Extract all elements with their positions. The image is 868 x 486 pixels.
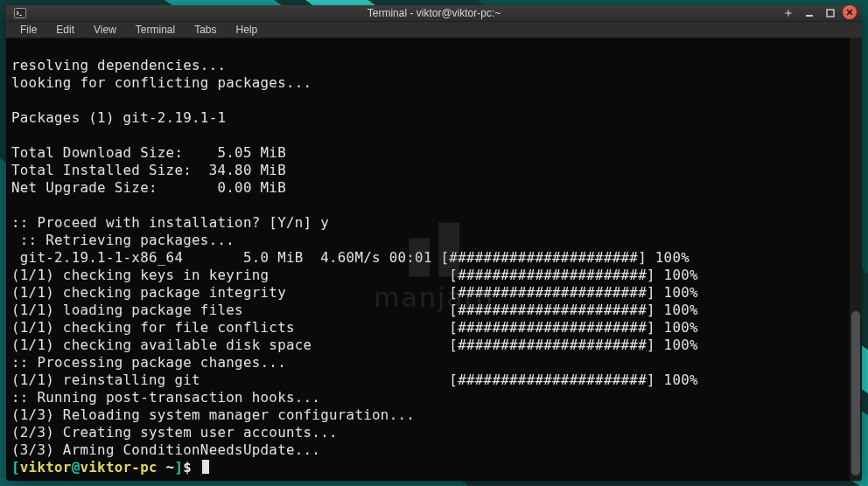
svg-rect-3: [806, 15, 813, 17]
svg-rect-0: [15, 9, 26, 18]
text-cursor: [202, 460, 209, 474]
svg-marker-2: [784, 9, 793, 17]
scrollbar[interactable]: [850, 38, 862, 481]
terminal-window: Terminal - viktor@viktor-pc:~ File Edit …: [6, 5, 862, 481]
menu-tabs[interactable]: Tabs: [186, 22, 225, 38]
maximize-button[interactable]: [822, 5, 839, 21]
window-title: Terminal - viktor@viktor-pc:~: [6, 7, 862, 19]
close-button[interactable]: [843, 5, 857, 19]
menu-help[interactable]: Help: [228, 22, 267, 38]
titlebar[interactable]: Terminal - viktor@viktor-pc:~: [6, 5, 862, 22]
menu-edit[interactable]: Edit: [47, 22, 83, 38]
menubar: File Edit View Terminal Tabs Help: [6, 22, 862, 38]
minimize-button[interactable]: [801, 5, 818, 21]
terminal-output[interactable]: resolving dependencies... looking for co…: [6, 52, 850, 480]
shell-prompt[interactable]: [viktor@viktor-pc ~]$: [11, 459, 209, 476]
menu-terminal[interactable]: Terminal: [127, 22, 184, 38]
menu-file[interactable]: File: [11, 22, 46, 38]
terminal-icon: [13, 6, 27, 20]
pin-button[interactable]: [780, 5, 797, 21]
scroll-thumb[interactable]: [851, 311, 860, 475]
menu-view[interactable]: View: [85, 22, 125, 38]
svg-rect-4: [827, 10, 834, 17]
